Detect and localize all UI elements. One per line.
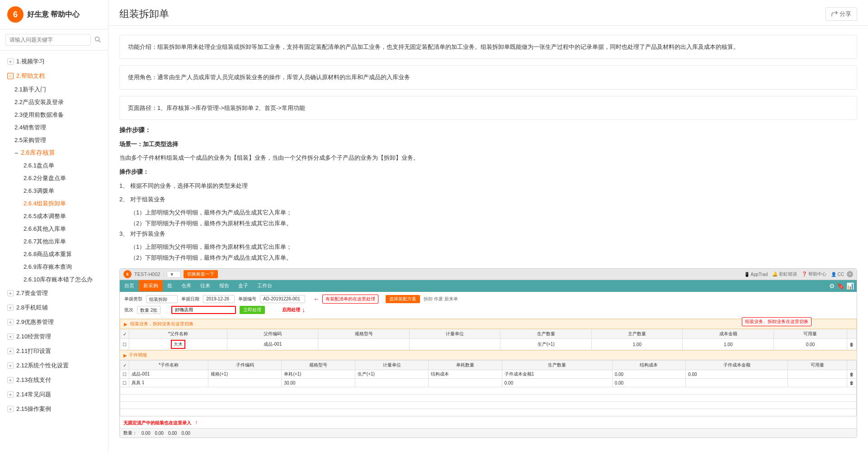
search-input[interactable] — [5, 34, 91, 46]
ss-lower-empty-5 — [120, 402, 857, 409]
ss-dropdown[interactable]: ▼ — [167, 271, 181, 278]
ss-arrow-bottom: ↑ — [195, 419, 198, 426]
ss-lower-table: ✓ *子件名称 子件编码 规格型号 计量单位 单耗数量 生产数量 结构成本 子件… — [120, 360, 857, 416]
sidebar-item-coupon[interactable]: + 2.9优惠券管理 — [0, 315, 108, 329]
ss-nav-report[interactable]: 报告 — [215, 280, 234, 291]
article-body: 功能介绍：组装拆卸单用来处理企业组装或拆卸等加工业务，支持有固定装配清单的产品加… — [108, 26, 868, 452]
ss-lower-th-unit: 计量单位 — [355, 361, 428, 370]
search-button[interactable] — [93, 34, 103, 46]
ss-lower-th-spec: 规格型号 — [282, 361, 355, 370]
ss-upper-row-1: ☐ 大木 成品-001 生产(+1) 1.00 1.00 0.00 🗑 — [120, 339, 857, 350]
sidebar-item-faq[interactable]: + 2.14常见问题 — [0, 387, 108, 402]
ss-date-input[interactable]: 2019-12-26 — [203, 295, 235, 303]
ss-annotation1: 有装配清单的在这里处理 — [322, 295, 378, 304]
ss-td-mainqty: 1.00 — [591, 339, 683, 350]
sidebar-item-cost-adjust[interactable]: 2.6.5成本调整单 — [24, 210, 108, 223]
ss-th-cost: 成本金额 — [683, 329, 774, 339]
ss-lower-empty-6 — [120, 409, 857, 416]
ss-ok-btn[interactable]: 立即处理 — [240, 306, 265, 314]
sidebar-item-other-out[interactable]: 2.6.7其他出库单 — [24, 235, 108, 248]
path-text: 页面路径：1、库存核算->库存管理->组装拆卸单 2、首页->常用功能 — [128, 105, 305, 111]
sidebar-item-stock-book-error[interactable]: 2.6.10库存账本错了怎么办 — [24, 273, 108, 286]
sidebar-inventory-label: 2.6库存核算 — [21, 149, 55, 157]
ss-icon-cc: 👤 CC — [831, 272, 844, 277]
step-2-sub-1: （1）上部明细为父件明细，最终作为产成品生成其它入库单； — [130, 207, 857, 218]
ss-lower-td-subcost2 — [686, 379, 788, 387]
ss-subheader-text: 组装业务，拆卸业务在这里切换 — [130, 321, 193, 327]
ss-name-input-red[interactable]: 大木 — [171, 340, 185, 349]
ss-switch-btn[interactable]: 切换账套一下 — [184, 270, 218, 278]
ss-nav-home[interactable]: 自页 — [120, 280, 139, 291]
ss-shop-input[interactable] — [171, 306, 236, 314]
sidebar-item-transfer[interactable]: 2.6.3调拨单 — [24, 185, 108, 197]
sidebar-item-sales[interactable]: 2.4销售管理 — [14, 121, 108, 134]
sidebar-item-cost-recalc[interactable]: 2.6.8商品成本重算 — [24, 248, 108, 261]
ss-td-code: 成品-001 — [227, 339, 318, 350]
sidebar-item-inventory[interactable]: − 2.6库存核算 — [14, 147, 108, 159]
sidebar-item-mobile[interactable]: + 2.8手机旺辅 — [0, 300, 108, 315]
sidebar-item-stock-book[interactable]: 2.6.9库存账本查询 — [24, 261, 108, 273]
ss-nav-tools[interactable]: 盒子 — [234, 280, 253, 291]
sidebar-item-ops[interactable]: + 2.10经营管理 — [0, 329, 108, 344]
ss-td-unit — [409, 339, 500, 350]
ss-qty-val[interactable]: 数量 2批 — [137, 306, 160, 314]
plus-icon: + — [7, 290, 14, 296]
ss-subheader-icon: ▶ — [124, 322, 127, 327]
sidebar-item-partial-stocktake[interactable]: 2.6.2分量盘点单 — [24, 172, 108, 185]
ss-arrow1: ← — [313, 295, 320, 303]
ss-nav-batch[interactable]: 批 — [163, 280, 177, 291]
ss-lower-td-strcost1: 0.00 — [612, 370, 685, 379]
ss-lower-th-subcost: 子件成本金额 — [686, 361, 788, 370]
ss-lower-td-del1[interactable]: 🗑 — [847, 370, 857, 379]
sidebar-item-label: 2.7资金管理 — [16, 289, 48, 297]
sidebar-item-print[interactable]: + 2.11打印设置 — [0, 344, 108, 358]
ss-upper-table: ✓ *父件名称 父件编码 规格型号 计量单位 生产数量 主产数量 成本金额 可用… — [120, 329, 857, 350]
sidebar-item-cases[interactable]: + 2.15操作案例 — [0, 402, 108, 416]
sidebar-item-docs[interactable]: − 2.帮助文档 — [0, 69, 108, 83]
ss-code-input[interactable]: AD-20191226-001 — [260, 295, 305, 303]
ss-footer-total: 数量： — [123, 430, 137, 436]
ss-nav-warehouse[interactable]: 仓库 — [177, 280, 196, 291]
ops-label: 操作步骤： — [119, 167, 857, 177]
ss-lower-td-prodqty1: 子件成本金额1 — [502, 370, 612, 379]
sidebar-item-assembly[interactable]: 2.6.4组装拆卸单 — [24, 197, 108, 210]
ops-heading: 操作步骤： — [119, 126, 857, 134]
share-button[interactable]: 分享 — [826, 7, 857, 21]
ss-lower-td-check1: ☐ — [120, 370, 129, 379]
ss-lower-td-spec1: 单耗(+1) — [282, 370, 355, 379]
ss-footer-cost: 0.00 — [155, 431, 163, 436]
ss-lower-empty-3 — [120, 387, 857, 395]
sidebar-item-dataprep[interactable]: 2.3使用前数据准备 — [14, 109, 108, 121]
sidebar-item-newbie[interactable]: 2.1新手入门 — [14, 83, 108, 96]
ss-select-btn[interactable]: 选择装配方案 — [386, 295, 420, 303]
sidebar-item-video[interactable]: + 1.视频学习 — [0, 54, 108, 69]
ss-lower-td-name2: 真真 1 — [129, 379, 208, 387]
ss-type-input[interactable]: 组装拆卸 — [146, 295, 178, 303]
ss-footer: 数量： 0.00 0.00 0.00 0.00 — [120, 428, 857, 438]
ss-lower-td-unit1: 生产(+1) — [355, 370, 428, 379]
sidebar-item-other-in[interactable]: 2.6.6其他入库单 — [24, 223, 108, 235]
ss-nav-purchase[interactable]: 新采购 — [139, 280, 163, 291]
ss-td-prodqty: 生产(+1) — [500, 339, 592, 350]
ss-type-label: 单据类型 — [124, 296, 142, 302]
step-3-sub-1: （1）上部明细为父件明细，最终作为原材料生成其它出库单； — [130, 242, 857, 252]
ss-td-del[interactable]: 🗑 — [847, 339, 857, 350]
ss-icon-app: 📱 AppTrad — [744, 272, 768, 277]
ss-nav-relations[interactable]: 往来 — [196, 280, 215, 291]
ss-close-icon[interactable]: × — [847, 271, 853, 277]
ss-lower-td-del2[interactable]: 🗑 — [847, 379, 857, 387]
ss-form-area: 单据类型 组装拆卸 单据日期 2019-12-26 单据编号 AD-201912… — [120, 292, 857, 319]
ss-nav-workbench[interactable]: 工作台 — [253, 280, 277, 291]
sidebar-item-payment[interactable]: + 2.13在线支付 — [0, 373, 108, 387]
step-3-num: 3、 — [119, 230, 128, 237]
sidebar-item-label: 2.12系统个性化设置 — [16, 362, 69, 370]
sidebar-item-purchase[interactable]: 2.5采购管理 — [14, 134, 108, 147]
sidebar-item-finance[interactable]: + 2.7资金管理 — [0, 286, 108, 300]
share-label: 分享 — [840, 10, 851, 18]
sidebar-item-install[interactable]: 2.2产品安装及登录 — [14, 96, 108, 109]
ss-lower-td-avail2 — [788, 379, 847, 387]
sidebar-item-stocktake[interactable]: 2.6.1盘点单 — [24, 159, 108, 172]
ss-lower-td-code1: 规格(+1) — [208, 370, 281, 379]
ss-lower-empty-4 — [120, 395, 857, 402]
sidebar-item-settings[interactable]: + 2.12系统个性化设置 — [0, 358, 108, 373]
